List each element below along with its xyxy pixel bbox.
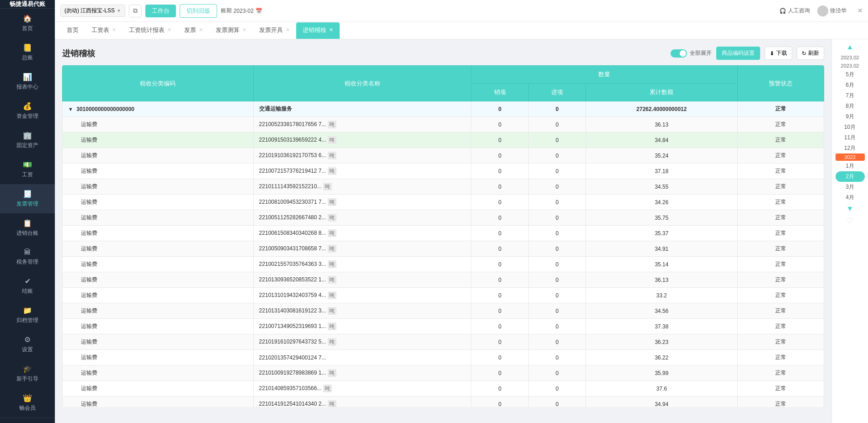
support-link[interactable]: 🎧 人工咨询: [779, 7, 810, 15]
table-row[interactable]: 运输费 2210021557035764363 3... 吨 0 0 35.14…: [63, 257, 824, 272]
table-row[interactable]: 运输费 2210100919278983869 1... 吨 0 0 35.99…: [63, 365, 824, 381]
table-row[interactable]: 运输费 2210130936520853522 1... 吨 0 0 36.13…: [63, 272, 824, 288]
settings-icon: ⚙: [24, 335, 31, 344]
month-item-11[interactable]: 11月: [836, 132, 865, 143]
unit-tag: 吨: [328, 167, 336, 175]
sidebar-item-archive[interactable]: 📁 归档管理: [0, 301, 55, 330]
home-icon: 🏠: [23, 14, 32, 23]
item-purchase: 0: [528, 381, 586, 397]
table-row[interactable]: 运输费 2210061508340340268 8... 吨 0 0 35.37…: [63, 226, 824, 241]
user-menu[interactable]: 徐泾华: [817, 5, 847, 16]
scroll-up-button[interactable]: ▲: [845, 41, 856, 53]
item-sale: 0: [471, 303, 528, 319]
expand-toggle[interactable]: 全部展开: [671, 49, 712, 58]
month-item-3[interactable]: 3月: [836, 182, 865, 192]
table-row[interactable]: 运输费 2210091503139659222 4... 吨 0 0 34.84…: [63, 132, 824, 148]
tab-invoice-issue[interactable]: 发票开具 ✕: [253, 22, 296, 39]
month-item-12[interactable]: 12月: [836, 143, 865, 153]
item-purchase: 0: [528, 397, 586, 407]
month-item-9[interactable]: 9月: [836, 111, 865, 122]
sidebar-item-sales[interactable]: 📋 进销台账: [0, 213, 55, 243]
table-row[interactable]: 运输费 2210191036192170753 6... 吨 0 0 35.24…: [63, 148, 824, 164]
item-purchase: 0: [528, 117, 586, 132]
copy-button[interactable]: ⧉: [129, 5, 142, 17]
month-item-2-active[interactable]: 2月: [836, 171, 865, 182]
table-row[interactable]: 运输费 2210191610297643732 5... 吨 0 0 36.23…: [63, 334, 824, 350]
item-purchase: 0: [528, 210, 586, 226]
item-sale: 0: [471, 241, 528, 257]
month-item-4[interactable]: 4月: [836, 192, 865, 203]
month-item-6[interactable]: 6月: [836, 80, 865, 90]
sidebar-item-settings[interactable]: ⚙ 设置: [0, 330, 55, 359]
close-button[interactable]: ×: [857, 6, 863, 16]
table-row[interactable]: 运输费 2210052338178017656 7... 吨 0 0 36.13…: [63, 117, 824, 132]
item-sale: 0: [471, 334, 528, 350]
expand-icon[interactable]: ▼: [68, 106, 73, 112]
item-status: 正常: [737, 210, 824, 226]
period-display: 账期 2023-02 📅: [221, 7, 262, 15]
item-invoice-no: 2210100919278983869 1... 吨: [253, 365, 471, 381]
sidebar-item-checkout[interactable]: ✔ 结账: [0, 271, 55, 301]
sidebar-item-member[interactable]: 👑 畅会员: [0, 388, 55, 418]
sidebar-item-assets[interactable]: 🏢 固定资产: [0, 126, 55, 155]
refresh-button[interactable]: ↻ 刷新: [797, 47, 824, 60]
tab-close-invoice-calc[interactable]: ✕: [242, 27, 246, 33]
right-calendar-panel: ▲ 2023.02 2023.02 5月 6月 7月 8月 9月 10月 11月…: [831, 39, 868, 423]
tab-close-salary[interactable]: ✕: [112, 27, 116, 33]
scroll-down-button[interactable]: ▼: [845, 203, 856, 215]
tab-invoice[interactable]: 发票 ✕: [178, 22, 209, 39]
table-row[interactable]: 运输费 2210131019432403759 4... 吨 0 0 33.2 …: [63, 288, 824, 303]
table-row[interactable]: 运输费 2210051125282667480 2... 吨 0 0 35.75…: [63, 210, 824, 226]
sidebar-item-tax[interactable]: 🏛 税务管理: [0, 243, 55, 271]
table-row[interactable]: 运输费 2210071349052319693 1... 吨 0 0 37.38…: [63, 319, 824, 334]
month-item-5[interactable]: 5月: [836, 69, 865, 80]
item-purchase: 0: [528, 288, 586, 303]
sidebar-item-home[interactable]: 🏠 首页: [0, 9, 55, 38]
unit-tag: 吨: [323, 183, 332, 190]
table-row[interactable]: 运输费 2210141912541014340 2... 吨 0 0 34.94…: [63, 397, 824, 407]
item-cumulative: 33.2: [586, 288, 737, 303]
table-row[interactable]: 运输费 2210081009453230371 7... 吨 0 0 34.26…: [63, 195, 824, 210]
month-item-8[interactable]: 8月: [836, 101, 865, 111]
tab-close-invoice[interactable]: ✕: [199, 27, 203, 33]
item-invoice-no: 2210071349052319693 1... 吨: [253, 319, 471, 334]
group-name: 交通运输服务: [253, 101, 471, 117]
company-selector[interactable]: (勿动) 江西报宝-LSS ▼: [60, 5, 125, 17]
sidebar-item-guide[interactable]: 🎓 新手引导: [0, 359, 55, 388]
archive-icon: 📁: [23, 306, 32, 315]
table-row[interactable]: 运输费 2210050903431708658 7... 吨 0 0 34.91…: [63, 241, 824, 257]
table-row[interactable]: 运输费 2210111143592152210... 吨 0 0 34.55 正…: [63, 179, 824, 195]
sidebar-item-ledger[interactable]: 📒 总账: [0, 38, 55, 67]
group-cumulative: 27262.40000000012: [586, 101, 737, 117]
table-row[interactable]: ▼ 3010000000000000000 交通运输服务 0 0 27262.4…: [63, 101, 824, 117]
workbench-button[interactable]: 工作台: [145, 5, 176, 17]
sidebar-item-reports[interactable]: 📊 报表中心: [0, 67, 55, 96]
sidebar-item-salary[interactable]: 💵 工资: [0, 155, 55, 184]
download-button[interactable]: ⬇ 下载: [765, 47, 792, 60]
topbar-right: 🎧 人工咨询 徐泾华 ×: [779, 5, 863, 16]
tab-close-sales-verify[interactable]: ✕: [329, 27, 333, 33]
month-item-10[interactable]: 10月: [836, 122, 865, 132]
tab-salary-sheet[interactable]: 工资表 ✕: [85, 22, 122, 39]
item-sale: 0: [471, 381, 528, 397]
switch-version-button[interactable]: 切到旧版: [180, 4, 217, 18]
month-item-1[interactable]: 1月: [836, 161, 865, 171]
tab-close-invoice-issue[interactable]: ✕: [286, 27, 290, 33]
item-cumulative: 35.99: [586, 365, 737, 381]
toggle-switch[interactable]: [671, 49, 687, 58]
table-row[interactable]: 运输费 2210201357429400124 7... 0 0 36.22 正…: [63, 350, 824, 365]
product-code-button[interactable]: 商品编码设置: [716, 47, 760, 60]
table-row[interactable]: 运输费 2210072157376219412 7... 吨 0 0 37.18…: [63, 164, 824, 179]
sidebar-item-finance[interactable]: 💰 资金管理: [0, 96, 55, 126]
sidebar-item-invoice[interactable]: 🧾 发票管理: [0, 184, 55, 213]
tab-sales-verify[interactable]: 进销稽核 ✕: [296, 22, 340, 39]
item-cumulative: 35.75: [586, 210, 737, 226]
tab-invoice-calc[interactable]: 发票测算 ✕: [209, 22, 253, 39]
table-row[interactable]: 运输费 2210140859357103566... 吨 0 0 37.6 正常: [63, 381, 824, 397]
table-row[interactable]: 运输费 2210131403081619122 3... 吨 0 0 34.56…: [63, 303, 824, 319]
tab-salary-report[interactable]: 工资统计报表 ✕: [122, 22, 178, 39]
tab-close-salary-report[interactable]: ✕: [167, 27, 171, 33]
item-sale: 0: [471, 257, 528, 272]
tab-home[interactable]: 首页: [60, 22, 85, 39]
month-item-7[interactable]: 7月: [836, 90, 865, 101]
